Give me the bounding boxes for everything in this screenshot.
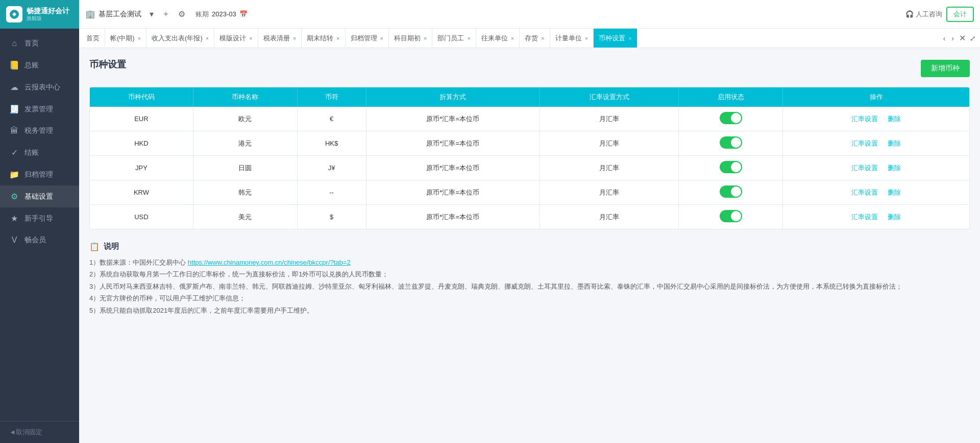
sidebar-item-invoice[interactable]: 🧾 发票管理 xyxy=(0,98,79,120)
rate-setting-link[interactable]: 汇率设置 xyxy=(851,213,878,221)
tab-close-icon[interactable]: × xyxy=(138,35,141,41)
tab-首页[interactable]: 首页 xyxy=(81,29,105,48)
company-selector[interactable]: 🏢 基层工会测试 xyxy=(85,9,141,19)
tab-帐(中期)[interactable]: 帐(中期)× xyxy=(105,29,146,48)
tab-close-icon[interactable]: × xyxy=(585,35,588,41)
tabs-prev-btn[interactable]: ‹ xyxy=(940,32,949,44)
tab-close-icon[interactable]: × xyxy=(628,35,631,41)
delete-link[interactable]: 删除 xyxy=(888,139,901,147)
sidebar-item-member[interactable]: V 畅会员 xyxy=(0,229,79,251)
tab-close-icon[interactable]: × xyxy=(467,35,470,41)
col-header: 汇率设置方式 xyxy=(540,87,678,107)
tab-税表清册[interactable]: 税表清册× xyxy=(258,29,302,48)
enable-toggle[interactable] xyxy=(720,185,742,198)
tab-科目期初[interactable]: 科目期初× xyxy=(389,29,432,48)
enable-toggle[interactable] xyxy=(720,112,742,124)
notes-section: 📋 说明 1）数据来源：中国外汇交易中心 https://www.chinamo… xyxy=(89,242,970,316)
app-header: 🏢 基层工会测试 ▾ ＋ ⚙ 账期 2023-03 📅 🎧 人工咨询 会计 xyxy=(79,0,980,29)
company-icon: 🏢 xyxy=(85,9,95,19)
sidebar-item-home[interactable]: ⌂ 首页 xyxy=(0,33,79,54)
sidebar-item-general-ledger[interactable]: 📒 总账 xyxy=(0,54,79,76)
toggle-switch-wrapper[interactable] xyxy=(720,161,742,173)
tabs-expand-btn[interactable]: ⤢ xyxy=(968,32,978,44)
action-cell: 汇率设置 删除 xyxy=(783,131,969,156)
note-item: 3）人民币对马来西亚林吉特、俄罗斯卢布、南非兰特、韩元、阿联酋迪拉姆、沙特里亚尔… xyxy=(89,281,970,292)
sidebar-item-guide[interactable]: ★ 新手引导 xyxy=(0,207,79,229)
enable-toggle[interactable] xyxy=(720,210,742,222)
chinamoney-link[interactable]: https://www.chinamoney.com.cn/chinese/bk… xyxy=(188,259,351,266)
delete-link[interactable]: 删除 xyxy=(888,164,901,172)
enable-toggle[interactable] xyxy=(720,136,742,149)
support-link[interactable]: 🎧 人工咨询 xyxy=(905,10,942,19)
rate-setting-link[interactable]: 汇率设置 xyxy=(851,139,878,147)
tab-label: 币种设置 xyxy=(599,34,625,43)
period-selector[interactable]: 账期 2023-03 📅 xyxy=(195,10,248,19)
tab-往来单位[interactable]: 往来单位× xyxy=(476,29,520,48)
tab-币种设置[interactable]: 币种设置× xyxy=(594,29,637,48)
calc-method: 原币*汇率=本位币 xyxy=(366,131,540,156)
account-button[interactable]: 会计 xyxy=(946,7,974,22)
header-actions: ▾ ＋ ⚙ xyxy=(148,7,187,21)
delete-link[interactable]: 删除 xyxy=(888,189,901,196)
tab-归档管理[interactable]: 归档管理× xyxy=(346,29,389,48)
new-currency-button[interactable]: 新增币种 xyxy=(921,60,970,77)
page-content: 币种设置 新增币种 币种代码币种名称币符折算方式汇率设置方式启用状态操作 EUR… xyxy=(79,48,980,443)
status-cell xyxy=(679,180,783,205)
sidebar-icon-member: V xyxy=(9,236,19,245)
tab-close-icon[interactable]: × xyxy=(511,35,514,41)
sidebar-label-home: 首页 xyxy=(24,39,39,48)
tab-close-icon[interactable]: × xyxy=(380,35,383,41)
delete-link[interactable]: 删除 xyxy=(888,115,901,123)
currency-symbol: HK$ xyxy=(297,131,366,156)
currency-code: HKD xyxy=(90,131,193,156)
notes-icon: 📋 xyxy=(89,242,100,251)
sidebar-pin-toggle[interactable]: ◄取消固定 xyxy=(0,421,79,443)
rate-setting-link[interactable]: 汇率设置 xyxy=(851,164,878,172)
tab-close-icon[interactable]: × xyxy=(206,35,209,41)
sidebar-item-settings[interactable]: ⚙ 基础设置 xyxy=(0,185,79,207)
tab-label: 往来单位 xyxy=(481,34,508,43)
tab-close-icon[interactable]: × xyxy=(293,35,296,41)
settings-btn[interactable]: ⚙ xyxy=(176,7,187,21)
tab-close-icon[interactable]: × xyxy=(249,35,252,41)
tab-close-icon[interactable]: × xyxy=(424,35,427,41)
toggle-switch-wrapper[interactable] xyxy=(720,210,742,222)
toggle-switch-wrapper[interactable] xyxy=(720,136,742,149)
tab-close-icon[interactable]: × xyxy=(541,35,544,41)
sidebar-item-tax[interactable]: 🏛 税务管理 xyxy=(0,120,79,142)
tab-label: 税表清册 xyxy=(263,34,290,43)
action-cell: 汇率设置 删除 xyxy=(783,156,969,180)
tab-部门员工[interactable]: 部门员工× xyxy=(432,29,476,48)
notes-header: 📋 说明 xyxy=(89,242,970,251)
tab-close-icon[interactable]: × xyxy=(336,35,339,41)
logo-title: 畅捷通好会计 xyxy=(27,7,69,15)
add-company-btn[interactable]: ＋ xyxy=(160,7,172,21)
rate-setting-link[interactable]: 汇率设置 xyxy=(851,189,878,196)
tab-模版设计[interactable]: 模版设计× xyxy=(214,29,258,48)
support-label: 人工咨询 xyxy=(916,10,942,19)
enable-toggle[interactable] xyxy=(720,161,742,173)
table-row: JPY 日圆 J¥ 原币*汇率=本位币 月汇率 汇率设置 删除 xyxy=(90,156,969,180)
rate-setting-link[interactable]: 汇率设置 xyxy=(851,115,878,123)
sidebar-icon-invoice: 🧾 xyxy=(9,104,19,114)
sidebar-icon-reports: ☁ xyxy=(9,82,19,92)
sidebar-navigation: ⌂ 首页 📒 总账 ☁ 云报表中心 🧾 发票管理 🏛 税务管理 ✓ 结账 📁 归… xyxy=(0,29,79,421)
sidebar-icon-archive: 📁 xyxy=(9,170,19,179)
table-row: HKD 港元 HK$ 原币*汇率=本位币 月汇率 汇率设置 删除 xyxy=(90,131,969,156)
toggle-switch-wrapper[interactable] xyxy=(720,185,742,198)
toggle-switch-wrapper[interactable] xyxy=(720,112,742,124)
tab-存货[interactable]: 存货× xyxy=(520,29,550,48)
period-value: 2023-03 xyxy=(212,10,236,18)
tab-计量单位[interactable]: 计量单位× xyxy=(550,29,594,48)
sidebar-label-general-ledger: 总账 xyxy=(24,61,39,70)
sidebar-item-close[interactable]: ✓ 结账 xyxy=(0,142,79,164)
tab-收入支出表(年报)[interactable]: 收入支出表(年报)× xyxy=(146,29,214,48)
tab-期末结转[interactable]: 期末结转× xyxy=(302,29,345,48)
tabs-close-all-btn[interactable]: ✕ xyxy=(957,31,968,45)
company-dropdown-btn[interactable]: ▾ xyxy=(148,7,156,21)
calendar-icon: 📅 xyxy=(239,10,248,18)
delete-link[interactable]: 删除 xyxy=(888,213,901,221)
sidebar-item-reports[interactable]: ☁ 云报表中心 xyxy=(0,76,79,98)
sidebar-item-archive[interactable]: 📁 归档管理 xyxy=(0,164,79,185)
tabs-next-btn[interactable]: › xyxy=(948,32,957,44)
